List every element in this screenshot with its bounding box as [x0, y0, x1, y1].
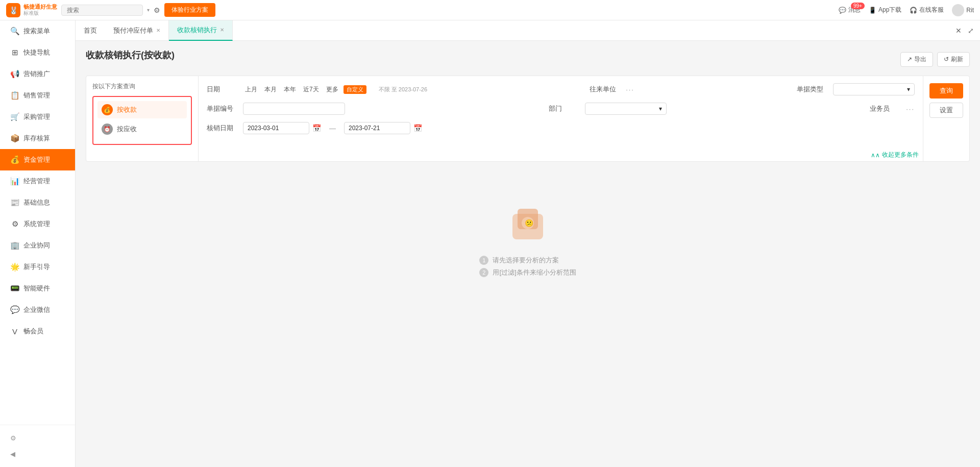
gear-icon[interactable]: ⚙	[154, 6, 160, 14]
message-item[interactable]: 💬 消息 99+	[839, 6, 861, 14]
date-7days[interactable]: 近7天	[301, 84, 321, 95]
export-btn[interactable]: ↗ 导出	[900, 52, 933, 67]
hint-text-1: 请先选择要分析的方案	[493, 256, 559, 265]
sidebar-item-inventory[interactable]: 📦库存核算	[0, 128, 75, 149]
sidebar-label-operation: 经营管理	[23, 177, 50, 186]
tab-close-all-btn[interactable]: ✕	[953, 24, 964, 37]
doc-type-label: 单据类型	[797, 85, 825, 94]
collapse-more-btn[interactable]: ∧∧ 收起更多条件	[867, 149, 923, 161]
online-service-item[interactable]: 🎧 在线客服	[910, 6, 944, 14]
hint-text-2: 用[过滤]条件来缩小分析范围	[493, 268, 576, 277]
sales-icon: 📋	[10, 91, 19, 100]
sidebar-item-system[interactable]: ⚙系统管理	[0, 213, 75, 235]
writeoff-date-from[interactable]	[243, 122, 309, 134]
search-icon: 🔍	[10, 27, 19, 36]
filter-setting-btn[interactable]: 设置	[929, 103, 963, 118]
chevron-down-icon: ▾	[147, 7, 150, 13]
tab-prepay[interactable]: 预付冲应付单 ✕	[105, 20, 169, 41]
sidebar-collapse-btn[interactable]: ◀	[0, 446, 75, 462]
date-more[interactable]: 更多	[324, 84, 340, 95]
service-icon: 🎧	[910, 7, 917, 14]
tabs-actions: ✕ ⤢	[949, 24, 980, 37]
sidebar-item-marketing[interactable]: 📢营销推广	[0, 63, 75, 85]
empty-hint-2: 2 用[过滤]条件来缩小分析范围	[479, 268, 576, 277]
tab-maximize-btn[interactable]: ⤢	[966, 24, 976, 37]
user-profile[interactable]: Rit	[952, 4, 974, 16]
enterprise-icon: 🏢	[10, 241, 19, 250]
filter-row-1: 日期 上月 本月 本年 近7天 更多 自定义 不限 至 2023-07-26	[207, 83, 915, 95]
sidebar-label-basic-info: 基础信息	[23, 198, 50, 207]
sidebar-settings-btn[interactable]: ⚙	[0, 430, 75, 446]
finance-icon: 💰	[10, 155, 19, 164]
calendar-to-icon[interactable]: 📅	[413, 124, 422, 132]
filter-scheme-panel: 按以下方案查询 💰 按收款 ⏰ 按应收	[86, 76, 199, 161]
industry-btn[interactable]: 体验行业方案	[164, 3, 215, 17]
date-last-month[interactable]: 上月	[243, 84, 259, 95]
quick-nav-icon: ⊞	[10, 48, 19, 57]
app-icon: 📱	[869, 7, 876, 14]
sidebar-label-guide: 新手引导	[23, 262, 50, 272]
date-shortcuts: 上月 本月 本年 近7天 更多 自定义	[243, 84, 366, 95]
top-bar-left: 🐰 畅捷通好生意 标准版 ▾ ⚙ 体验行业方案	[6, 3, 215, 17]
sidebar-item-member[interactable]: V畅会员	[0, 321, 75, 342]
filter-body: 日期 上月 本月 本年 近7天 更多 自定义 不限 至 2023-07-26	[199, 76, 923, 161]
writeoff-date-to[interactable]	[344, 122, 410, 134]
marketing-icon: 📢	[10, 69, 19, 79]
svg-text:😕: 😕	[525, 219, 534, 228]
brand-icon: 🐰	[6, 3, 20, 17]
filter-option-by-receipt[interactable]: 💰 按收款	[97, 101, 187, 118]
sidebar-label-wechat: 企业微信	[23, 305, 50, 314]
system-icon: ⚙	[10, 219, 19, 229]
counterparty-input[interactable]: ···	[626, 86, 634, 93]
dept-select[interactable]: ▾	[585, 103, 667, 115]
staff-input[interactable]: ···	[906, 105, 915, 113]
sidebar-item-wechat[interactable]: 💬企业微信	[0, 299, 75, 321]
doc-no-input[interactable]	[243, 103, 345, 115]
sidebar-label-smart-hw: 智能硬件	[23, 284, 50, 293]
date-custom[interactable]: 自定义	[344, 85, 366, 94]
tab-receipt-writeoff[interactable]: 收款核销执行 ✕	[169, 20, 233, 41]
chevron-down-icon: ▾	[907, 86, 910, 93]
empty-illustration: 😕	[502, 199, 553, 250]
receivable-label: 按应收	[117, 125, 137, 134]
query-btn[interactable]: 查询	[929, 83, 963, 99]
filter-option-by-receivable[interactable]: ⏰ 按应收	[97, 120, 187, 138]
sidebar-item-smart-hw[interactable]: 📟智能硬件	[0, 278, 75, 299]
calendar-from-icon[interactable]: 📅	[312, 124, 321, 132]
sidebar-label-enterprise: 企业协同	[23, 241, 50, 250]
sidebar-item-sales[interactable]: 📋销售管理	[0, 85, 75, 106]
sidebar-item-basic-info[interactable]: 📰基础信息	[0, 192, 75, 213]
receipt-icon: 💰	[102, 104, 113, 115]
counterparty-label: 往来单位	[590, 85, 618, 94]
sidebar-item-finance[interactable]: 💰资金管理	[0, 149, 75, 170]
refresh-icon: ↺	[944, 56, 949, 63]
date-label: 日期	[207, 85, 235, 94]
search-input[interactable]	[61, 5, 143, 16]
sidebar-item-guide[interactable]: 🌟新手引导	[0, 256, 75, 278]
tab-prepay-close[interactable]: ✕	[156, 28, 160, 33]
tab-receipt-writeoff-close[interactable]: ✕	[220, 27, 224, 33]
filter-fields: 日期 上月 本月 本年 近7天 更多 自定义 不限 至 2023-07-26	[199, 76, 923, 149]
app-download-item[interactable]: 📱 App下载	[869, 6, 901, 14]
date-this-year[interactable]: 本年	[282, 84, 298, 95]
page-title: 收款核销执行(按收款)	[86, 49, 175, 61]
hint-num-2: 2	[479, 268, 488, 277]
sidebar-item-search[interactable]: 🔍搜索菜单	[0, 20, 75, 42]
sidebar-item-operation[interactable]: 📊经营管理	[0, 170, 75, 192]
empty-hints: 1 请先选择要分析的方案 2 用[过滤]条件来缩小分析范围	[479, 256, 576, 277]
date-this-month[interactable]: 本月	[262, 84, 279, 95]
dept-label: 部门	[549, 104, 577, 113]
content-area: 首页 预付冲应付单 ✕ 收款核销执行 ✕ ✕ ⤢ 收款核销执行(按收款) ↗	[76, 20, 980, 467]
refresh-btn[interactable]: ↺ 刷新	[937, 52, 970, 67]
sidebar-label-purchase: 采购管理	[23, 112, 50, 121]
tab-prepay-label: 预付冲应付单	[113, 26, 153, 35]
doc-type-select[interactable]: ▾	[833, 83, 915, 95]
filter-panel: 按以下方案查询 💰 按收款 ⏰ 按应收	[86, 76, 970, 162]
sidebar-item-quick-nav[interactable]: ⊞快捷导航	[0, 42, 75, 63]
brand: 🐰 畅捷通好生意 标准版	[6, 3, 57, 17]
tab-home[interactable]: 首页	[76, 20, 105, 41]
sidebar-item-purchase[interactable]: 🛒采购管理	[0, 106, 75, 128]
date-separator: —	[329, 125, 336, 132]
basic-info-icon: 📰	[10, 198, 19, 207]
sidebar-item-enterprise[interactable]: 🏢企业协同	[0, 235, 75, 256]
